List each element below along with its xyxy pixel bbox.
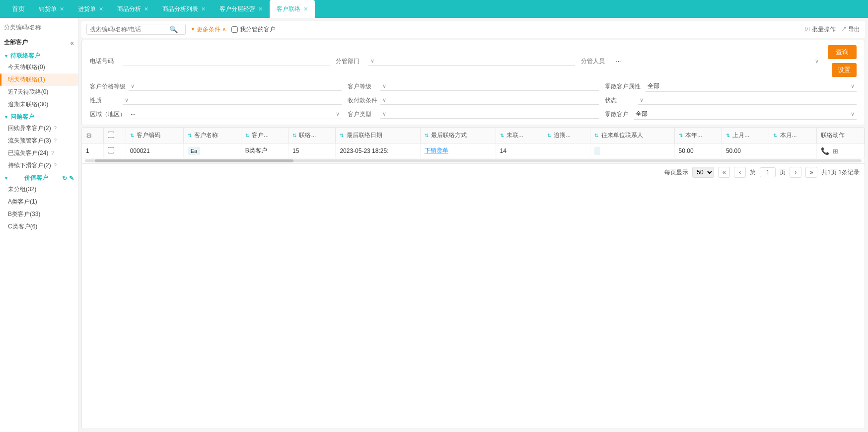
- export-btn[interactable]: ↗ 导出: [841, 25, 860, 34]
- filter-dept-select[interactable]: [368, 57, 576, 66]
- col-last-month-header[interactable]: ⇅ 上月...: [722, 128, 769, 144]
- customer-table: ⚙ ⇅ 客户编码 ⇅ 客户名称: [81, 127, 865, 429]
- sidebar-item-churn-warning[interactable]: 流失预警客户(3) ?: [0, 135, 78, 147]
- last-page-button[interactable]: »: [805, 167, 817, 178]
- all-customers-header[interactable]: 全部客户 «: [0, 35, 78, 50]
- help-icon-churned[interactable]: ?: [51, 150, 54, 156]
- group-pending-contact[interactable]: 待联络客户: [0, 50, 78, 61]
- sidebar-item-churned[interactable]: 已流失客户(24) ?: [0, 147, 78, 159]
- help-icon-churn-warning[interactable]: ?: [54, 138, 57, 144]
- page-size-select[interactable]: 50: [692, 167, 714, 178]
- sidebar-item-today-contact[interactable]: 今天待联络(0): [0, 61, 78, 73]
- nav-customer-tier[interactable]: 客户分层经营 ✕: [213, 0, 270, 18]
- filter-nature-select[interactable]: [123, 96, 342, 105]
- col-last-contact-date-header[interactable]: ⇅ 最后联络日期: [336, 128, 421, 144]
- my-customers-checkbox[interactable]: [231, 26, 238, 33]
- row-last-month: 50.00: [722, 144, 769, 158]
- col-this-month-header[interactable]: ⇅ 本月...: [769, 128, 816, 144]
- settings-button[interactable]: 设置: [832, 63, 857, 77]
- close-product-analysis-icon[interactable]: ✕: [144, 6, 148, 12]
- query-button[interactable]: 查询: [828, 45, 857, 59]
- filter-more-btn[interactable]: 更多条件 ∧: [191, 25, 226, 34]
- edit-groups-icon[interactable]: ✎: [69, 175, 74, 182]
- filter-retail-attr: 零散客户属性 全部: [605, 81, 857, 92]
- filter-region-select[interactable]: ···: [129, 110, 342, 119]
- col-contact-header[interactable]: ⇅ 联络...: [289, 128, 336, 144]
- col-contact-person-header[interactable]: ⇅ 往来单位联系人: [590, 128, 674, 144]
- row-select-checkbox[interactable]: [108, 147, 114, 153]
- filter-customer-type: 客户类型: [348, 110, 599, 119]
- sidebar-item-class-b[interactable]: B类客户(33): [0, 208, 78, 220]
- more-action-icon[interactable]: ⊞: [833, 147, 838, 155]
- nav-home[interactable]: 首页: [5, 0, 32, 18]
- batch-operation-btn[interactable]: ☑ 批量操作: [804, 25, 835, 34]
- filter-payment-select[interactable]: [380, 96, 599, 105]
- filter-status-select[interactable]: [638, 96, 857, 105]
- filter-retail-attr-select[interactable]: 全部: [646, 81, 857, 92]
- sort-icon-last-date: ⇅: [340, 133, 344, 138]
- nav-customer-contact[interactable]: 客户联络 ✕: [270, 0, 315, 18]
- sort-icon-last-method: ⇅: [425, 133, 429, 138]
- select-all-checkbox[interactable]: [108, 132, 114, 138]
- col-this-year-header[interactable]: ⇅ 本年...: [674, 128, 722, 144]
- close-sales-order-icon[interactable]: ✕: [60, 6, 64, 12]
- collapse-icon[interactable]: «: [70, 39, 74, 47]
- sidebar-item-overdue-contact[interactable]: 逾期未联络(30): [0, 98, 78, 111]
- last-contact-method-link[interactable]: 下销货单: [425, 147, 448, 154]
- col-code-header[interactable]: ⇅ 客户编码: [126, 128, 183, 144]
- group-value-customers[interactable]: 价值客户 ↻ ✎: [0, 172, 78, 183]
- nav-purchase-order[interactable]: 进货单 ✕: [71, 0, 110, 18]
- filter-price-grade-select[interactable]: [129, 82, 342, 91]
- close-customer-contact-icon[interactable]: ✕: [303, 6, 308, 12]
- filter-retail-customer-select[interactable]: 全部: [634, 109, 857, 120]
- filter-manager-select[interactable]: ···: [614, 57, 821, 66]
- sidebar-search-input[interactable]: [4, 24, 78, 31]
- sidebar-item-class-c[interactable]: C类客户(6): [0, 220, 78, 233]
- phone-action-icon[interactable]: 📞: [821, 147, 829, 155]
- search-bar: 🔍 更多条件 ∧ 我分管的客户 ☑ 批量操作 ↗ 导出: [81, 21, 865, 38]
- refresh-icon[interactable]: ↻: [62, 175, 67, 182]
- my-customers-checkbox-label[interactable]: 我分管的客户: [231, 25, 276, 34]
- gear-icon[interactable]: ⚙: [86, 132, 92, 140]
- filter-nature-label: 性质: [90, 96, 120, 105]
- row-last-contact-method[interactable]: 下销货单: [420, 144, 496, 158]
- sidebar-item-repurchase-abnormal[interactable]: 回购异常客户(2) ?: [0, 122, 78, 135]
- next-page-button[interactable]: ›: [790, 167, 801, 178]
- close-customer-tier-icon[interactable]: ✕: [258, 6, 263, 12]
- help-icon-repurchase[interactable]: ?: [54, 125, 57, 131]
- close-purchase-order-icon[interactable]: ✕: [99, 6, 103, 12]
- scrollbar-thumb[interactable]: [95, 159, 293, 162]
- col-last-contact-method-header[interactable]: ⇅ 最后联络方式: [420, 128, 496, 144]
- close-product-analysis-list-icon[interactable]: ✕: [201, 6, 206, 12]
- page-number-input[interactable]: [760, 167, 776, 177]
- filter-customer-grade-select[interactable]: [380, 82, 599, 91]
- customer-name-tag: Ea: [188, 147, 200, 155]
- filter-dept: 分管部门: [336, 57, 576, 66]
- row-index: 1: [82, 144, 104, 158]
- filter-phone-input[interactable]: [123, 57, 330, 66]
- sidebar-item-ungrouped[interactable]: 未分组(32): [0, 183, 78, 196]
- first-page-button[interactable]: «: [718, 167, 730, 178]
- sidebar-item-class-a[interactable]: A类客户(1): [0, 196, 78, 208]
- col-overdue-header[interactable]: ⇅ 逾期...: [543, 128, 590, 144]
- sidebar-item-declining[interactable]: 持续下滑客户(2) ?: [0, 159, 78, 172]
- filter-customer-type-select[interactable]: [380, 110, 599, 119]
- row-contact: 15: [289, 144, 336, 158]
- col-uncontacted-header[interactable]: ⇅ 未联...: [496, 128, 543, 144]
- sidebar-item-tomorrow-contact[interactable]: 明天待联络(1): [0, 73, 78, 86]
- nav-product-analysis-list[interactable]: 商品分析列表 ✕: [155, 0, 213, 18]
- nav-product-analysis[interactable]: 商品分析 ✕: [110, 0, 155, 18]
- prev-page-button[interactable]: ‹: [734, 167, 746, 178]
- filter-row-1: 电话号码 分管部门 分管人员 ··· 查询 设置: [90, 45, 857, 77]
- col-type-header[interactable]: ⇅ 客户...: [241, 128, 288, 144]
- search-execute-icon[interactable]: 🔍: [169, 25, 178, 33]
- filter-status-label: 状态: [605, 96, 635, 105]
- nav-sales-order[interactable]: 销货单 ✕: [32, 0, 71, 18]
- help-icon-declining[interactable]: ?: [54, 162, 57, 168]
- group-problem-customers[interactable]: 问题客户: [0, 111, 78, 122]
- search-input[interactable]: [90, 26, 169, 33]
- col-checkbox-header: [104, 128, 126, 144]
- sidebar-item-7day-contact[interactable]: 近7天待联络(0): [0, 86, 78, 98]
- col-name-header[interactable]: ⇅ 客户名称: [183, 128, 241, 144]
- horizontal-scrollbar[interactable]: [85, 159, 862, 162]
